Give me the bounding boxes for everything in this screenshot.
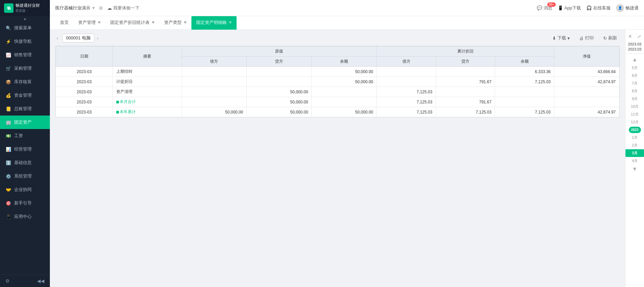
app-download-button[interactable]: 📱 App下载: [558, 5, 581, 11]
sidebar-nav: 🔍 搜索菜单 ⚡ 快捷导航 📈 销售管理 🛒 采购管理 📦 库存核算 💰 资金管…: [0, 21, 50, 275]
refresh-label: 刷新: [608, 35, 617, 41]
sidebar-item-purchase[interactable]: 🛒 采购管理: [0, 62, 50, 75]
cell-summary: 计提折旧: [113, 77, 182, 87]
cell-orig-debit: [182, 97, 247, 107]
collapse-icon[interactable]: ◀◀: [37, 278, 44, 284]
sidebar-item-fixed-assets[interactable]: 🏢 固定资产: [0, 116, 50, 129]
sidebar-item-app-center[interactable]: 📱 应用中心: [0, 210, 50, 223]
table-row: 2023-03 资产清理 50,000.00 7,125.03: [56, 87, 619, 97]
sidebar-item-basic-info[interactable]: ℹ️ 基础信息: [0, 156, 50, 169]
sidebar-item-ledger[interactable]: 📒 总账管理: [0, 102, 50, 116]
cell-date: 2023-03: [56, 77, 113, 87]
cell-date: 2023-03: [56, 107, 113, 117]
tab-depreciation-stats[interactable]: 固定资产折旧统计表 ✕: [105, 16, 159, 30]
col-orig-credit: 贷方: [247, 57, 312, 67]
sidebar-item-enterprise[interactable]: 🤝 企业协同: [0, 183, 50, 196]
experience-button[interactable]: ☁ 我要体验一下: [107, 5, 140, 11]
rs-month-10[interactable]: 10月: [625, 103, 644, 110]
tab-asset-detail[interactable]: 固定资产明细账 ✕: [191, 16, 237, 30]
refresh-button[interactable]: ↻ 刷新: [601, 34, 620, 42]
print-icon: 🖨: [579, 36, 584, 41]
tab-asset-type-label: 资产类型: [164, 20, 182, 26]
rs-month-8[interactable]: 8月: [625, 87, 644, 95]
rs-nav-down[interactable]: ▼: [632, 165, 638, 173]
experience-label: 我要体验一下: [113, 5, 140, 11]
sidebar-item-label: 企业协同: [14, 187, 32, 193]
tab-asset-mgmt-close[interactable]: ✕: [98, 20, 101, 25]
asset-nav-prev[interactable]: ‹: [55, 35, 60, 41]
yearly-total-label: 本年累计: [120, 109, 136, 115]
company-selector[interactable]: 医疗器械行业演示 ▾: [55, 5, 95, 11]
rs-header-top: 2023.03 2023.03: [625, 40, 644, 54]
rs-month-12[interactable]: 12月: [625, 118, 644, 126]
cell-net-value: 42,874.97: [554, 107, 619, 117]
rs-expand-icon[interactable]: ⤢: [637, 34, 641, 39]
cell-dep-credit: 791.67: [436, 97, 495, 107]
col-orig-debit: 借方: [182, 57, 247, 67]
online-service-label: 在线客服: [593, 5, 611, 11]
app-download-label: App下载: [564, 5, 581, 11]
cell-dep-debit: 7,125.03: [377, 87, 436, 97]
cell-orig-credit: 50,000.00: [247, 107, 312, 117]
rs-month-3-active[interactable]: 3月: [625, 149, 644, 157]
settings-gear-icon[interactable]: ⚙: [99, 5, 103, 11]
tab-asset-type-close[interactable]: ✕: [184, 20, 187, 25]
rs-month-4[interactable]: 4月: [625, 157, 644, 165]
sidebar-item-inventory[interactable]: 📦 库存核算: [0, 75, 50, 89]
service-icon: 🎧: [586, 5, 592, 10]
payroll-icon: 💵: [5, 133, 11, 139]
sidebar-item-guide[interactable]: 🎯 新手引导: [0, 196, 50, 210]
notification-button[interactable]: 💬 消息 99+: [537, 5, 552, 11]
cell-orig-balance: 50,000.00: [312, 107, 377, 117]
col-dep-balance: 余额: [495, 57, 554, 67]
basic-info-icon: ℹ️: [5, 160, 11, 166]
cell-date: 2023-03: [56, 97, 113, 107]
download-button[interactable]: ⬇ 下载 ▾: [550, 34, 573, 42]
sidebar-scroll-up[interactable]: ▲: [0, 16, 50, 21]
rs-month-7[interactable]: 7月: [625, 79, 644, 87]
rs-close-icon[interactable]: ✕: [628, 34, 632, 39]
rs-month-1[interactable]: 1月: [625, 134, 644, 141]
sidebar-item-label: 系统管理: [14, 173, 32, 179]
asset-nav-next[interactable]: ›: [97, 36, 98, 41]
cell-dep-credit: 791.67: [436, 77, 495, 87]
sidebar-item-label: 应用中心: [14, 214, 32, 220]
rs-month-5[interactable]: 5月: [625, 64, 644, 72]
topbar: 医疗器械行业演示 ▾ ⚙ ☁ 我要体验一下 💬 消息 99+ 📱 App下载 🎧…: [50, 0, 644, 16]
rs-month-9[interactable]: 9月: [625, 95, 644, 103]
col-net-value: 净值: [554, 46, 619, 67]
user-menu[interactable]: 👤 畅捷通: [616, 4, 639, 12]
col-dep-credit: 贷方: [436, 57, 495, 67]
tab-depreciation-label: 固定资产折旧统计表: [110, 20, 150, 26]
online-service-button[interactable]: 🎧 在线客服: [586, 5, 611, 11]
rs-date-bottom: 2023.03: [625, 47, 644, 52]
tab-asset-mgmt[interactable]: 资产管理 ✕: [73, 16, 105, 30]
rs-month-6[interactable]: 6月: [625, 72, 644, 79]
sidebar-item-operations[interactable]: 📊 经营管理: [0, 142, 50, 156]
col-group-depreciation: 累计折旧: [377, 46, 554, 57]
asset-nav-tag: 000001 电脑: [62, 34, 94, 42]
cell-date: 2023-03: [56, 67, 113, 77]
tab-asset-type[interactable]: 资产类型 ✕: [159, 16, 191, 30]
tab-depreciation-close[interactable]: ✕: [152, 20, 155, 25]
sidebar-item-quick-nav[interactable]: ⚡ 快捷导航: [0, 35, 50, 48]
ledger-table: 日期 摘要 原值 累计折旧 净值 借方 贷方 余额 借方 贷方 余额: [56, 46, 619, 117]
sales-icon: 📈: [5, 52, 11, 58]
settings-bottom-icon[interactable]: ⚙: [5, 278, 10, 284]
sidebar-header: 畅 畅捷通好业财 普及版: [0, 0, 50, 16]
sidebar-item-system[interactable]: ⚙️ 系统管理: [0, 169, 50, 183]
sidebar-item-sales[interactable]: 📈 销售管理: [0, 48, 50, 62]
cell-date: 2023-03: [56, 87, 113, 97]
print-button[interactable]: 🖨 打印: [577, 34, 596, 42]
sidebar-item-payroll[interactable]: 💵 工资: [0, 129, 50, 142]
sidebar-item-funds[interactable]: 💰 资金管理: [0, 89, 50, 102]
rs-month-11[interactable]: 11月: [625, 110, 644, 118]
tab-home[interactable]: 首页: [55, 16, 73, 30]
rs-month-2[interactable]: 2月: [625, 141, 644, 149]
rs-nav-up[interactable]: ▲: [632, 55, 638, 64]
main-area: 医疗器械行业演示 ▾ ⚙ ☁ 我要体验一下 💬 消息 99+ 📱 App下载 🎧…: [50, 0, 644, 287]
tab-asset-detail-close[interactable]: ✕: [229, 20, 232, 25]
sidebar-item-search[interactable]: 🔍 搜索菜单: [0, 21, 50, 35]
cell-dep-balance: [495, 97, 554, 107]
asset-nav-actions: ⬇ 下载 ▾ 🖨 打印 ↻ 刷新: [550, 34, 620, 42]
